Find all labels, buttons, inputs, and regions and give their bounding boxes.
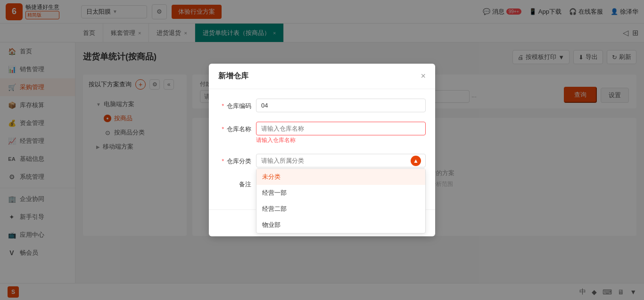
add-warehouse-modal: 新增仓库 × * 仓库编码 * 仓库名称 (209, 64, 435, 236)
name-error-message: 请输入仓库名称 (256, 136, 426, 144)
name-required-star: * (222, 125, 224, 133)
form-item-category: * 仓库分类 ▲ 未分类 经营一部 经营二部 物业部 (218, 154, 426, 167)
dropdown-item-dept1[interactable]: 经营一部 (256, 185, 425, 201)
dropdown-item-uncategorized[interactable]: 未分类 (256, 169, 425, 185)
form-item-code: * 仓库编码 (218, 99, 426, 112)
category-input[interactable] (256, 154, 426, 167)
remark-label: 备注 (218, 177, 256, 189)
dropdown-item-dept3[interactable]: 物业部 (256, 217, 425, 233)
category-label: * 仓库分类 (218, 154, 256, 166)
form-item-name: * 仓库名称 请输入仓库名称 (218, 122, 426, 144)
modal-header: 新增仓库 × (209, 64, 435, 89)
category-required-star: * (222, 158, 224, 165)
name-label: * 仓库名称 (218, 122, 256, 133)
modal-body: * 仓库编码 * 仓库名称 请输入仓库名称 (209, 89, 435, 209)
code-label: * 仓库编码 (218, 99, 256, 110)
modal-title: 新增仓库 (218, 71, 248, 81)
name-control: 请输入仓库名称 (256, 122, 426, 144)
category-arrow-icon[interactable]: ▲ (411, 156, 421, 166)
modal-overlay: 新增仓库 × * 仓库编码 * 仓库名称 (0, 0, 644, 300)
category-control: ▲ 未分类 经营一部 经营二部 物业部 (256, 154, 426, 167)
warehouse-code-input[interactable] (256, 99, 426, 112)
modal-close-button[interactable]: × (421, 71, 426, 81)
dropdown-item-dept2[interactable]: 经营二部 (256, 201, 425, 217)
category-dropdown: 未分类 经营一部 经营二部 物业部 (256, 168, 426, 233)
warehouse-name-input[interactable] (256, 122, 426, 135)
code-control (256, 99, 426, 112)
code-required-star: * (222, 102, 224, 109)
